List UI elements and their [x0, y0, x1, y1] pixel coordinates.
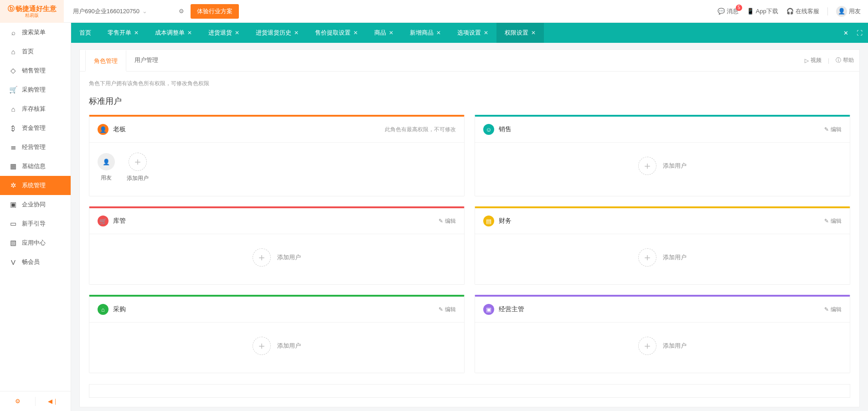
add-user-button[interactable]: ＋添加用户	[127, 153, 149, 182]
role-card-0: 👤老板此角色有最高权限，不可修改👤用友＋添加用户	[89, 115, 465, 196]
settings-button[interactable]: ⚙	[0, 398, 35, 405]
sidebar-item-label: 应用中心	[22, 239, 46, 247]
tab-label: 成本调整单	[155, 29, 185, 37]
role-card-1: ☺销售✎编辑＋添加用户	[475, 115, 850, 196]
plus-icon: ＋	[638, 157, 656, 175]
sidebar-item-label: 经营管理	[22, 143, 46, 151]
tab-8[interactable]: 选项设置✕	[449, 23, 496, 43]
role-body: ＋添加用户	[475, 234, 850, 284]
edit-role-button[interactable]: ✎编辑	[824, 217, 842, 225]
add-user-label: 添加用户	[663, 342, 687, 350]
sidebar-item-9[interactable]: ▣企业协同	[0, 195, 71, 214]
sidebar-footer: ⚙ ◀｜	[0, 391, 71, 411]
close-icon[interactable]: ✕	[187, 30, 192, 36]
tab-3[interactable]: 进货退货✕	[200, 23, 248, 43]
role-icon: 🛒	[98, 216, 108, 226]
tab-9[interactable]: 权限设置✕	[496, 23, 544, 43]
close-icon[interactable]: ✕	[134, 30, 139, 36]
tab-2[interactable]: 成本调整单✕	[147, 23, 200, 43]
tab-0[interactable]: 首页	[71, 23, 99, 43]
sidebar-item-2[interactable]: ◇销售管理	[0, 61, 71, 80]
sidebar-item-icon: V	[9, 258, 17, 266]
tab-1[interactable]: 零售开单✕	[99, 23, 147, 43]
close-icon[interactable]: ✕	[353, 30, 358, 36]
add-user-label: 添加用户	[663, 253, 687, 262]
messages-button[interactable]: 💬 消息 5	[718, 7, 739, 15]
sidebar-item-5[interactable]: ₿资金管理	[0, 118, 71, 138]
help-link[interactable]: ⓘ帮助	[836, 57, 854, 64]
org-selector[interactable]: 用户690企业1660120750 ⌄	[73, 7, 173, 15]
tab-7[interactable]: 新增商品✕	[402, 23, 449, 43]
gear-icon[interactable]: ⚙	[179, 8, 184, 15]
add-user-button[interactable]: ＋添加用户	[638, 248, 687, 267]
try-plan-button[interactable]: 体验行业方案	[191, 4, 239, 19]
app-download-button[interactable]: 📱 App下载	[747, 7, 778, 15]
add-user-button[interactable]: ＋添加用户	[253, 248, 301, 267]
sidebar-item-10[interactable]: ▭新手引导	[0, 214, 71, 233]
logo-subtitle: 精易版	[25, 12, 39, 19]
role-name: 老板	[113, 125, 126, 134]
sidebar-item-label: 搜索菜单	[22, 28, 46, 36]
sidebar-item-label: 新手引导	[22, 220, 46, 228]
sidebar-item-1[interactable]: ⌂首页	[0, 42, 71, 61]
tab-6[interactable]: 商品✕	[366, 23, 402, 43]
close-icon[interactable]: ✕	[531, 30, 536, 36]
tab-label: 新增商品	[410, 29, 434, 37]
sidebar-item-4[interactable]: ⌂库存核算	[0, 99, 71, 118]
headset-icon: 🎧	[786, 8, 794, 15]
edit-role-button[interactable]: ✎编辑	[824, 306, 842, 313]
add-user-label: 添加用户	[663, 162, 687, 170]
tab-5[interactable]: 售价提取设置✕	[307, 23, 366, 43]
sidebar-item-6[interactable]: ≣经营管理	[0, 138, 71, 157]
sub-tab-0[interactable]: 角色管理	[85, 50, 126, 72]
logo[interactable]: ⓑ畅捷通好生意 精易版	[0, 0, 64, 23]
role-body: ＋添加用户	[89, 323, 464, 373]
role-card-4: ⌂采购✎编辑＋添加用户	[89, 295, 465, 373]
close-icon[interactable]: ✕	[235, 30, 239, 36]
messages-badge: 5	[736, 5, 742, 11]
close-all-tabs-button[interactable]: ✕	[842, 28, 850, 38]
close-icon[interactable]: ✕	[484, 30, 488, 36]
sidebar-item-0[interactable]: ⌕搜索菜单	[0, 23, 71, 42]
sidebar-item-label: 资金管理	[22, 124, 46, 132]
role-body: ＋添加用户	[89, 234, 464, 284]
add-user-button[interactable]: ＋添加用户	[638, 337, 687, 355]
customer-service-button[interactable]: 🎧 在线客服	[786, 7, 819, 15]
sidebar-item-icon: ⌕	[9, 29, 17, 36]
video-link[interactable]: ▷视频	[805, 57, 822, 64]
fullscreen-button[interactable]: ⛶	[855, 28, 864, 38]
sidebar-item-11[interactable]: ▧应用中心	[0, 233, 71, 252]
edit-role-button[interactable]: ✎编辑	[439, 306, 456, 313]
sidebar-item-12[interactable]: V畅会员	[0, 252, 71, 272]
close-icon[interactable]: ✕	[294, 30, 299, 36]
role-body: ＋添加用户	[475, 143, 850, 193]
collapse-sidebar-button[interactable]: ◀｜	[36, 397, 71, 406]
info-icon: ⓘ	[836, 57, 841, 64]
edit-icon: ✎	[824, 126, 829, 133]
sidebar-item-label: 基础信息	[22, 162, 46, 170]
edit-role-button[interactable]: ✎编辑	[439, 217, 456, 225]
role-name: 经营主管	[499, 305, 524, 313]
placeholder-card	[89, 384, 850, 398]
close-icon[interactable]: ✕	[389, 30, 393, 36]
sidebar-item-8[interactable]: ✲系统管理	[0, 176, 71, 195]
add-user-button[interactable]: ＋添加用户	[638, 157, 687, 175]
add-user-button[interactable]: ＋添加用户	[253, 337, 301, 355]
close-icon[interactable]: ✕	[436, 30, 441, 36]
app-download-label: App下载	[756, 7, 778, 15]
sidebar-item-label: 库存核算	[22, 105, 46, 113]
tab-4[interactable]: 进货退货历史✕	[248, 23, 307, 43]
role-header: ▤财务✎编辑	[475, 208, 850, 234]
sidebar-item-label: 企业协同	[22, 200, 46, 209]
edit-role-button[interactable]: ✎编辑	[824, 126, 842, 134]
header: ⓑ畅捷通好生意 精易版 用户690企业1660120750 ⌄ ⚙ 体验行业方案…	[0, 0, 868, 23]
user-chip[interactable]: 👤用友	[98, 153, 115, 182]
sidebar-item-icon: ▦	[9, 162, 17, 170]
role-header: ⌂采购✎编辑	[89, 297, 464, 323]
user-menu[interactable]: 👤 用友	[836, 6, 861, 17]
sidebar-item-3[interactable]: 🛒采购管理	[0, 80, 71, 99]
tab-label: 零售开单	[108, 29, 131, 37]
sidebar-item-7[interactable]: ▦基础信息	[0, 157, 71, 176]
divider	[827, 7, 828, 15]
sub-tab-1[interactable]: 用户管理	[126, 50, 166, 72]
